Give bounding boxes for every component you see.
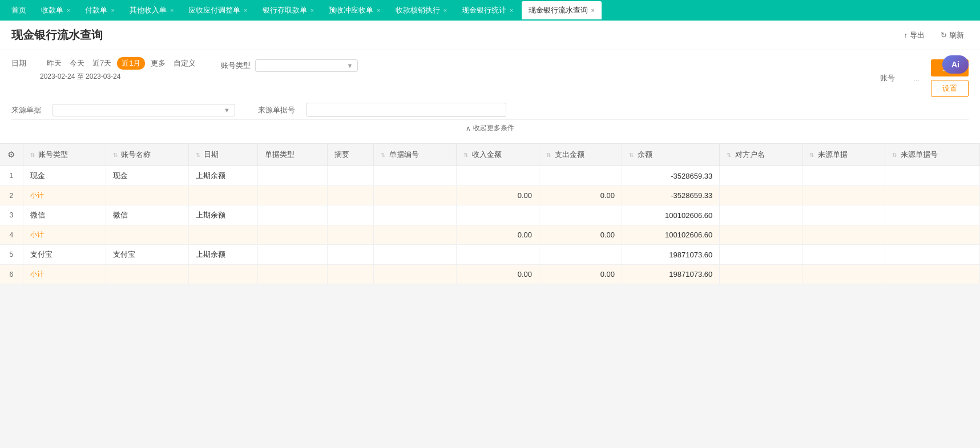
date-option-today[interactable]: 今天 [67, 57, 87, 70]
cell-counterpart [720, 265, 802, 284]
table-row: 5 支付宝 支付宝 上期余额 19871073.60 [0, 245, 980, 265]
cell-date: 上期余额 [188, 205, 258, 225]
account-label: 账号 [880, 73, 909, 83]
cell-date [188, 225, 258, 245]
col-date[interactable]: ⇅ 日期 [188, 144, 258, 166]
nav-tab-shoukuan-hexiao[interactable]: 收款核销执行 × [389, 1, 454, 19]
source-doc-num-label: 来源单据号 [258, 105, 295, 115]
date-filter-group: 日期 昨天 今天 近7天 近1月 更多 自定义 2023-02-24 至 202… [11, 57, 198, 82]
sort-arrows-icon: ⇅ [629, 152, 634, 158]
account-more-icon[interactable]: ... [913, 74, 919, 83]
nav-tab-yushou[interactable]: 预收冲应收单 × [322, 1, 387, 19]
ai-button[interactable]: Ai [942, 55, 969, 74]
settings-col-icon[interactable]: ⚙ [7, 150, 15, 160]
nav-tab-tongji[interactable]: 现金银行统计 × [455, 1, 520, 19]
close-icon[interactable]: × [591, 7, 595, 14]
cell-expense: 0.00 [539, 265, 622, 284]
settings-button[interactable]: 设置 [931, 80, 969, 97]
col-summary[interactable]: 摘要 [328, 144, 374, 166]
date-option-more[interactable]: 更多 [148, 57, 168, 70]
nav-home[interactable]: 首页 [5, 1, 33, 19]
col-doc-type[interactable]: 单据类型 [258, 144, 328, 166]
cell-counterpart [720, 166, 802, 186]
nav-tab-qita[interactable]: 其他收入单 × [123, 1, 180, 19]
close-icon[interactable]: × [510, 7, 513, 14]
cell-source-doc [802, 265, 885, 284]
close-icon[interactable]: × [443, 7, 447, 14]
date-options: 昨天 今天 近7天 近1月 更多 自定义 [45, 57, 198, 70]
cell-doc-type [258, 245, 328, 265]
row-num: 5 [0, 245, 23, 265]
table-row: 2 小计 0.00 0.00 -3528659.33 [0, 186, 980, 205]
row-num: 2 [0, 186, 23, 205]
dropdown-arrow-icon: ▼ [224, 107, 230, 114]
cell-date [188, 186, 258, 205]
sort-arrows-icon: ⇅ [809, 152, 814, 158]
export-icon: ↑ [904, 31, 908, 39]
cell-income: 0.00 [457, 186, 539, 205]
collapse-filter-button[interactable]: ∧ 收起更多条件 [11, 119, 969, 136]
account-type-select[interactable]: ▼ [255, 59, 358, 72]
cell-doc-type [258, 186, 328, 205]
date-option-yesterday[interactable]: 昨天 [45, 57, 64, 70]
date-option-7days[interactable]: 近7天 [90, 57, 114, 70]
cell-source-doc-num [885, 186, 980, 205]
cell-income: 0.00 [457, 265, 539, 284]
col-doc-number[interactable]: ⇅ 单据编号 [374, 144, 457, 166]
table-container: ⚙ ⇅ 账号类型 ⇅ 账号名称 ⇅ 日期 单据类型 摘要 [0, 144, 980, 284]
cell-doc-number [374, 166, 457, 186]
cell-counterpart [720, 225, 802, 245]
cell-counterpart [720, 205, 802, 225]
source-doc-num-input[interactable] [306, 103, 506, 117]
cell-balance: 19871073.60 [622, 245, 720, 265]
cell-account-name: 现金 [106, 166, 188, 186]
source-doc-filter-row: 来源单据 ▼ 来源单据号 [11, 103, 969, 117]
export-button[interactable]: ↑ 导出 [900, 28, 930, 43]
page-header: 现金银行流水查询 ↑ 导出 ↻ 刷新 [0, 21, 980, 50]
page-title: 现金银行流水查询 [11, 27, 103, 43]
cell-summary [328, 205, 374, 225]
cell-account-name [106, 265, 188, 284]
date-option-custom[interactable]: 自定义 [171, 57, 198, 70]
cell-source-doc-num [885, 166, 980, 186]
col-balance[interactable]: ⇅ 余额 [622, 144, 720, 166]
col-counterpart[interactable]: ⇅ 对方户名 [720, 144, 802, 166]
source-doc-select[interactable]: ▼ [53, 104, 235, 116]
close-icon[interactable]: × [111, 7, 114, 14]
close-icon[interactable]: × [244, 7, 247, 14]
nav-tab-liushui[interactable]: 现金银行流水查询 × [522, 1, 602, 19]
close-icon[interactable]: × [377, 7, 380, 14]
close-icon[interactable]: × [67, 7, 70, 14]
col-account-name[interactable]: ⇅ 账号名称 [106, 144, 188, 166]
refresh-button[interactable]: ↻ 刷新 [936, 28, 969, 43]
cell-source-doc-num [885, 205, 980, 225]
cell-account-type: 小计 [23, 225, 106, 245]
col-source-doc[interactable]: ⇅ 来源单据 [802, 144, 885, 166]
close-icon[interactable]: × [310, 7, 314, 14]
date-option-1month[interactable]: 近1月 [117, 57, 145, 70]
col-income[interactable]: ⇅ 收入金额 [457, 144, 539, 166]
nav-tab-fukuan[interactable]: 付款单 × [78, 1, 121, 19]
col-settings[interactable]: ⚙ [0, 144, 23, 166]
sort-arrows-icon: ⇅ [196, 152, 200, 158]
col-source-doc-num[interactable]: ⇅ 来源单据号 [885, 144, 980, 166]
date-filter-label: 日期 [11, 58, 40, 68]
filter-area: 日期 昨天 今天 近7天 近1月 更多 自定义 2023-02-24 至 202… [0, 50, 980, 144]
cell-expense [539, 166, 622, 186]
close-icon[interactable]: × [170, 7, 174, 14]
cell-account-type: 现金 [23, 166, 106, 186]
cell-income: 0.00 [457, 225, 539, 245]
nav-tab-shoukuan[interactable]: 收款单 × [34, 1, 77, 19]
cell-doc-number [374, 205, 457, 225]
cell-account-name [106, 186, 188, 205]
col-account-type[interactable]: ⇅ 账号类型 [23, 144, 106, 166]
col-expense[interactable]: ⇅ 支出金额 [539, 144, 622, 166]
cell-source-doc-num [885, 265, 980, 284]
cell-summary [328, 265, 374, 284]
nav-tab-yinhang[interactable]: 银行存取款单 × [256, 1, 321, 19]
nav-tab-yingshou[interactable]: 应收应付调整单 × [182, 1, 254, 19]
table-row: 1 现金 现金 上期余额 -3528659.33 [0, 166, 980, 186]
table-row: 3 微信 微信 上期余额 100102606.60 [0, 205, 980, 225]
cell-summary [328, 245, 374, 265]
cell-account-type: 微信 [23, 205, 106, 225]
